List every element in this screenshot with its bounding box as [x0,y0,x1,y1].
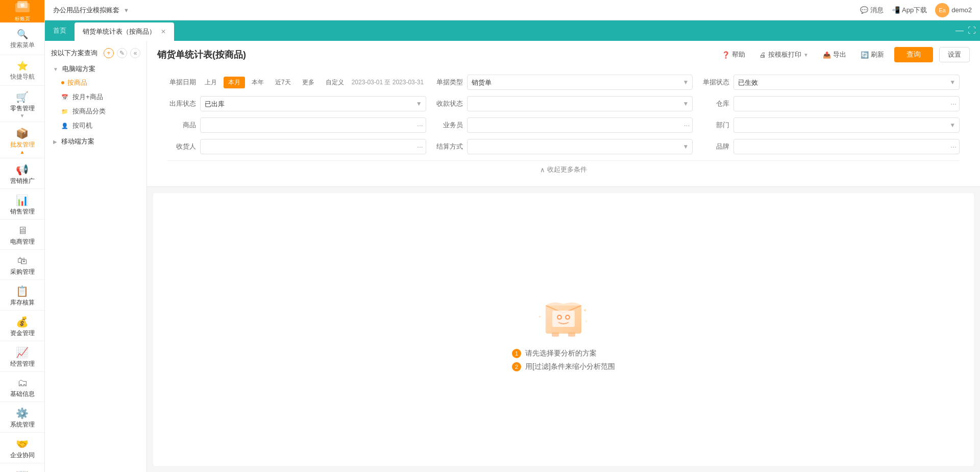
collapse-more-button[interactable]: ∧ 收起更多条件 [167,160,960,180]
date-tab-last-7-days[interactable]: 近7天 [271,77,296,88]
doc-status-select[interactable]: 已生效 [733,75,960,90]
brand-label: 品牌 [701,142,729,151]
help-button[interactable]: ❓ 帮助 [718,48,749,61]
salesperson-label: 业务员 [434,121,463,130]
tree-by-cashier[interactable]: 👤 按司机 [45,119,146,133]
collapse-panel-button[interactable]: « [130,48,140,58]
tab-minimize-icon[interactable]: — [955,26,964,35]
query-button[interactable]: 查询 [894,47,933,62]
date-tab-custom[interactable]: 自定义 [321,77,349,88]
filter-doc-status: 单据状态 已生效 ▼ [701,75,960,90]
brand-control: ··· [733,139,960,154]
account-dropdown-icon[interactable]: ▼ [124,7,129,13]
refresh-icon: 🔄 [861,51,869,59]
recipient-control: ··· [200,139,426,154]
doc-type-select[interactable]: 销货单 [467,75,693,90]
page-title: 销货单统计表(按商品) [157,49,246,61]
product-label: 商品 [167,121,196,130]
sidebar-item-system[interactable]: ⚙️ 系统管理 [0,402,45,433]
date-tab-last-month[interactable]: 上月 [200,77,222,88]
doc-type-label: 单据类型 [434,78,463,87]
app-download-button[interactable]: 📲 App下载 [892,6,927,15]
sidebar-item-newbie[interactable]: 📖 新手引导 [0,463,45,472]
sidebar-item-purchase[interactable]: 🛍 采购管理 [0,250,45,280]
tabbar-actions: — ⛶ [955,26,980,35]
department-select[interactable] [733,117,960,133]
product-dots-icon[interactable]: ··· [417,121,423,129]
doc-status-label: 单据状态 [701,78,729,87]
filter-salesperson: 业务员 ··· [434,117,693,133]
account-title: 办公用品行业模拟账套 [53,6,119,15]
cooperation-icon: 🤝 [16,438,29,450]
salesperson-dots-icon[interactable]: ··· [684,121,690,129]
svg-point-7 [558,316,561,319]
salesperson-input[interactable] [467,117,693,133]
empty-illustration: ✦ ✦ ✦ [533,288,594,339]
warehouse-dots-icon[interactable]: ··· [950,100,957,108]
settlement-select[interactable] [467,139,693,154]
print-dropdown-icon[interactable]: ▼ [803,52,808,58]
sidebar-item-retail[interactable]: 🛒 零售管理 ▼ [0,86,45,122]
sidebar-item-inventory[interactable]: 📋 库存核算 [0,280,45,311]
tree-by-month-product[interactable]: 📅 按月+商品 [45,90,146,104]
brand-dots-icon[interactable]: ··· [950,143,957,151]
warehouse-control: ··· [733,96,960,111]
retail-arrow: ▼ [20,113,25,119]
purchase-icon: 🛍 [17,255,28,267]
sidebar-item-basics[interactable]: 🗂 基础信息 [0,372,45,402]
tree-pc-group[interactable]: ▼ 电脑端方案 [45,62,146,76]
date-tab-this-year[interactable]: 本年 [247,77,268,88]
add-scheme-button[interactable]: + [104,48,114,58]
sidebar-item-ecommerce[interactable]: 🖥 电商管理 [0,220,45,250]
sidebar-item-operations[interactable]: 📈 经营管理 [0,341,45,372]
sidebar-item-cooperation[interactable]: 🤝 企业协同 [0,433,45,463]
tab-fullscreen-icon[interactable]: ⛶ [968,26,976,35]
brand-input[interactable] [733,139,960,154]
export-icon: 📤 [823,51,831,59]
sidebar-item-sales[interactable]: 📊 销售管理 [0,189,45,220]
filter-panel: 按以下方案查询 + ✎ « ▼ 电脑端方案 按商品 📅 按月+商品 [45,41,147,472]
date-tab-more[interactable]: 更多 [298,77,319,88]
out-status-select[interactable]: 已出库 [200,96,426,111]
empty-state: ✦ ✦ ✦ 1 请先选择要分析的方案 2 用[过滤]条件来缩小分析范围 [153,193,974,466]
help-icon: ❓ [722,51,730,59]
tree-by-product[interactable]: 按商品 [45,76,146,90]
refresh-button[interactable]: 🔄 刷新 [856,48,888,61]
system-icon: ⚙️ [16,407,29,419]
filter-warehouse: 仓库 ··· [701,96,960,111]
svg-rect-4 [552,311,575,327]
tree-by-category[interactable]: 📁 按商品分类 [45,104,146,119]
svg-text:✦: ✦ [585,320,587,323]
retail-icon: 🛒 [16,91,29,103]
recipient-input[interactable] [200,139,426,154]
filter-out-status: 出库状态 已出库 ▼ [167,96,426,111]
print-button[interactable]: 🖨 按模板打印 ▼ [755,48,813,61]
receipt-status-select[interactable] [467,96,693,111]
export-button[interactable]: 📤 导出 [819,48,850,61]
sidebar-item-marketing[interactable]: 📢 营销推广 [0,158,45,189]
warehouse-input[interactable] [733,96,960,111]
edit-scheme-button[interactable]: ✎ [117,48,127,58]
tab-home[interactable]: 首页 [45,20,75,41]
tab-sales-stat[interactable]: 销货单统计表（按商品） ✕ [75,22,174,41]
filter-single-date: 单据日期 上月 本月 本年 近7天 更多 自定义 20 [167,77,426,88]
sidebar-item-wholesale[interactable]: 📦 批发管理 ▲ [0,122,45,158]
settlement-control: ▼ [467,139,693,154]
tree-mobile-group[interactable]: ▶ 移动端方案 [45,135,146,148]
recipient-dots-icon[interactable]: ··· [417,143,423,151]
sidebar: 畅 标账页 🔍 搜索菜单 ⭐ 快捷导航 🛒 零售管理 ▼ 📦 批发管理 ▲ 📢 … [0,0,45,472]
tree-expand-icon: ▼ [53,66,58,72]
tab-close-icon[interactable]: ✕ [161,28,166,35]
settings-button[interactable]: 设置 [939,47,970,62]
search-menu-item[interactable]: 🔍 搜索菜单 [0,22,45,55]
quick-nav-item[interactable]: ⭐ 快捷导航 [0,55,45,86]
sidebar-item-finance[interactable]: 💰 资金管理 [0,311,45,341]
user-menu-button[interactable]: Ea demo2 [935,3,972,17]
filter-doc-type: 单据类型 销货单 ▼ [434,75,693,90]
message-button[interactable]: 💬 消息 [860,6,884,15]
tabbar: 首页 销货单统计表（按商品） ✕ — ⛶ [45,20,980,41]
active-dot-icon [61,81,64,84]
empty-tip-2: 2 用[过滤]条件来缩小分析范围 [512,362,615,371]
product-input[interactable] [200,117,426,133]
date-tab-this-month[interactable]: 本月 [224,77,245,88]
